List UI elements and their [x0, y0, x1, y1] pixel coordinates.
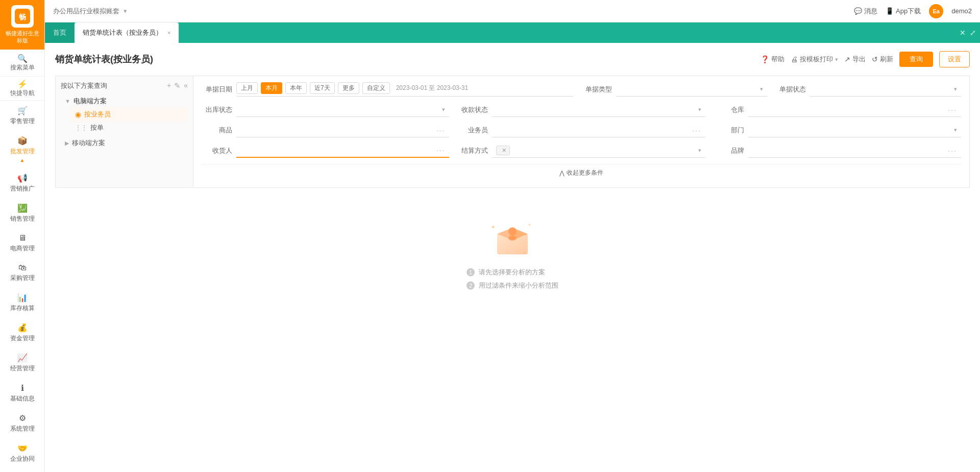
message-btn[interactable]: 💬 消息: [854, 7, 877, 16]
page-container: 销货单统计表(按业务员) ❓ 帮助 🖨 按模板打印 ▾ ↗ 导出: [45, 43, 980, 472]
filter-item-dept: 部门 ▾: [714, 123, 961, 137]
collapse-btn[interactable]: ⋀ 收起更多条件: [559, 169, 603, 177]
desktop-group: ▼ 电脑端方案 ◉ 按业务员 ⋮⋮ 按单: [61, 95, 188, 134]
salesperson-select[interactable]: ···: [492, 123, 705, 137]
sidebar-item-system[interactable]: ⚙ 系统管理: [0, 408, 44, 438]
empty-state-step-1: 1 请先选择要分析的方案: [467, 268, 558, 277]
tab-bar-actions: ✕ ⤢: [960, 29, 980, 37]
sidebar-item-ecommerce[interactable]: 🖥 电商管理: [0, 228, 44, 258]
logo-icon: 畅: [11, 5, 34, 28]
receiver-input[interactable]: ···: [236, 144, 449, 158]
goods-dots-icon[interactable]: ···: [436, 126, 446, 134]
payment-select[interactable]: ✕ ▾: [492, 144, 705, 158]
system-icon: ⚙: [19, 413, 26, 423]
tab-close-window-icon[interactable]: ✕: [960, 29, 966, 37]
wholesale-icon: 📦: [17, 136, 28, 146]
sidebar-item-finance[interactable]: 💰 资金管理: [0, 318, 44, 348]
export-btn[interactable]: ↗ 导出: [844, 55, 866, 64]
desktop-group-toggle[interactable]: ▼ 电脑端方案: [61, 95, 188, 108]
tab-sales-report[interactable]: 销货单统计表（按业务员） ×: [75, 22, 179, 43]
warehouse-select[interactable]: ···: [748, 103, 961, 117]
sidebar-item-inventory[interactable]: 📊 库存核算: [0, 288, 44, 318]
date-btn-7days[interactable]: 近7天: [310, 82, 335, 94]
help-btn[interactable]: ❓ 帮助: [761, 55, 785, 64]
type-select[interactable]: ▾: [616, 82, 767, 97]
sidebar-item-guide[interactable]: 🎯 新手引导: [0, 468, 44, 472]
scheme-order[interactable]: ⋮⋮ 按单: [71, 121, 188, 134]
page-title: 销货单统计表(按业务员): [55, 53, 153, 65]
company-dropdown-icon: ▾: [124, 7, 127, 15]
filter-area: 按以下方案查询 + ✎ « ▼ 电脑端方案: [55, 76, 970, 188]
dept-chevron-icon: ▾: [954, 127, 957, 133]
filter-item-out-status: 出库状态 ▾: [202, 103, 449, 117]
empty-state-image: ✦ ✦ ✦: [487, 219, 538, 259]
brand-select[interactable]: ···: [748, 144, 961, 158]
page-actions: ❓ 帮助 🖨 按模板打印 ▾ ↗ 导出 ↺ 刷新: [761, 51, 970, 67]
dept-label: 部门: [714, 126, 744, 135]
sidebar-search-btn[interactable]: 🔍 搜索菜单: [0, 50, 44, 77]
finance-icon: 💰: [17, 323, 28, 333]
status-label: 单据状态: [775, 85, 806, 94]
refresh-btn[interactable]: ↺ 刷新: [872, 55, 893, 64]
sidebar-item-wholesale[interactable]: 📦 批发管理 ▲: [0, 131, 44, 168]
home-tab-label: 首页: [53, 28, 66, 37]
sidebar-item-retail[interactable]: 🛒 零售管理: [0, 101, 44, 131]
mobile-group-toggle[interactable]: ▶ 移动端方案: [61, 136, 188, 150]
date-btn-custom[interactable]: 自定义: [362, 82, 390, 94]
date-range-text: 2023-03-01 至 2023-03-31: [396, 84, 468, 92]
tab-home[interactable]: 首页: [45, 22, 75, 43]
main-content: 办公用品行业模拟账套 ▾ 💬 消息 📱 App下载 Ea demo2 首页 销货…: [45, 0, 980, 472]
tab-close-icon[interactable]: ×: [167, 30, 170, 36]
payment-chevron-icon: ▾: [698, 147, 701, 154]
sidebar-item-purchase[interactable]: 🛍 采购管理: [0, 258, 44, 288]
print-btn[interactable]: 🖨 按模板打印 ▾: [791, 55, 838, 64]
status-select[interactable]: ▾: [810, 82, 961, 97]
empty-state: ✦ ✦ ✦ 1 请先选择要分析的方案 2 用过滤条件来缩小分析范围: [55, 188, 970, 325]
filter-left-panel: 按以下方案查询 + ✎ « ▼ 电脑端方案: [56, 76, 193, 187]
query-button[interactable]: 查询: [899, 52, 933, 67]
app-download-btn[interactable]: 📱 App下载: [886, 7, 921, 16]
payment-tag-close-icon[interactable]: ✕: [502, 147, 506, 154]
sidebar-logo[interactable]: 畅 畅捷通好生意 标版: [0, 0, 44, 50]
retail-icon: 🛒: [17, 106, 28, 115]
sidebar-quick-nav[interactable]: ⚡ 快捷导航: [0, 77, 44, 101]
goods-label: 商品: [202, 126, 232, 135]
sidebar-item-marketing[interactable]: 📢 营销推广: [0, 168, 44, 198]
user-avatar[interactable]: Ea: [929, 4, 943, 18]
date-btn-more[interactable]: 更多: [338, 82, 359, 94]
salesperson-dots-icon[interactable]: ···: [692, 126, 701, 134]
purchase-icon: 🛍: [18, 263, 27, 272]
date-btn-last-month[interactable]: 上月: [236, 82, 258, 94]
brand-dots-icon[interactable]: ···: [948, 147, 957, 155]
download-icon: 📱: [886, 7, 894, 15]
filter-item-status: 单据状态 ▾: [775, 82, 961, 97]
scheme-salesperson[interactable]: ◉ 按业务员: [71, 108, 188, 121]
add-scheme-icon[interactable]: +: [167, 81, 171, 90]
refresh-icon: ↺: [872, 55, 878, 63]
message-icon: 💬: [854, 7, 862, 15]
company-selector[interactable]: 办公用品行业模拟账套 ▾: [53, 7, 127, 16]
filter-item-type: 单据类型 ▾: [581, 82, 767, 97]
company-name: 办公用品行业模拟账套: [53, 7, 119, 16]
empty-state-steps: 1 请先选择要分析的方案 2 用过滤条件来缩小分析范围: [467, 268, 558, 294]
date-btn-this-month[interactable]: 本月: [261, 82, 282, 94]
date-btn-this-year[interactable]: 本年: [285, 82, 307, 94]
pay-status-select[interactable]: ▾: [492, 103, 705, 117]
tab-maximize-icon[interactable]: ⤢: [970, 29, 976, 37]
filter-section-title: 按以下方案查询 + ✎ «: [61, 81, 188, 90]
sidebar-item-collaboration[interactable]: 🤝 企业协同: [0, 438, 44, 468]
dept-select[interactable]: ▾: [748, 123, 961, 137]
filter-item-warehouse: 仓库 ···: [714, 103, 961, 117]
tree-expand-icon: ▼: [65, 98, 70, 104]
out-status-select[interactable]: ▾: [236, 103, 449, 117]
receiver-dots-icon[interactable]: ···: [436, 146, 446, 154]
svg-point-6: [508, 227, 517, 235]
warehouse-dots-icon[interactable]: ···: [948, 106, 957, 114]
goods-select[interactable]: ···: [236, 123, 449, 137]
edit-scheme-icon[interactable]: ✎: [174, 81, 181, 90]
sidebar-item-operations[interactable]: 📈 经营管理: [0, 348, 44, 378]
sidebar-item-sales[interactable]: 💹 销售管理: [0, 198, 44, 228]
settings-button[interactable]: 设置: [939, 51, 970, 67]
sidebar-item-basicinfo[interactable]: ℹ 基础信息: [0, 378, 44, 408]
collapse-panel-icon[interactable]: «: [184, 81, 188, 90]
